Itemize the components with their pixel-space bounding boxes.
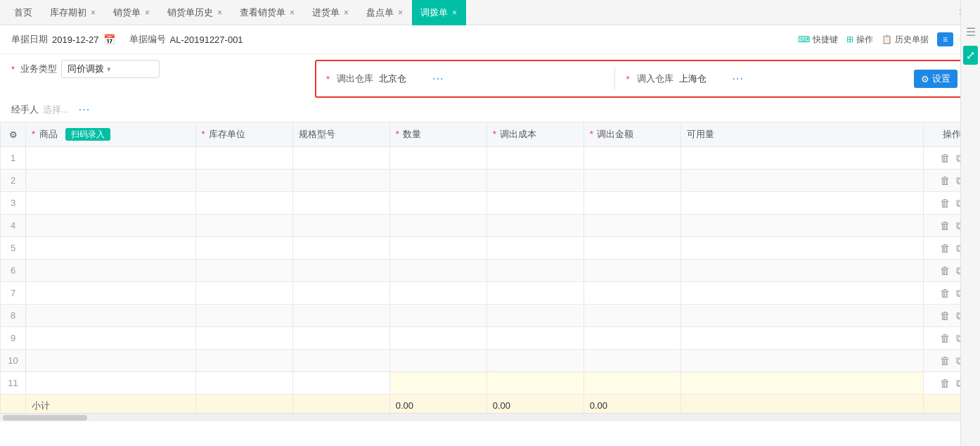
available-cell[interactable] [681, 372, 923, 395]
transfer-amount-cell[interactable] [584, 282, 681, 305]
quantity-cell[interactable] [389, 350, 486, 372]
tab-view-sales[interactable]: 查看销货单 × [231, 0, 304, 25]
available-cell[interactable] [681, 237, 923, 260]
quantity-cell[interactable] [389, 260, 486, 282]
delete-icon[interactable]: 🗑 [940, 310, 950, 321]
available-cell[interactable] [681, 327, 923, 350]
product-cell[interactable] [26, 350, 196, 372]
scroll-thumb[interactable] [3, 415, 87, 421]
product-cell[interactable] [26, 215, 196, 237]
unit-cell[interactable] [195, 372, 292, 395]
unit-cell[interactable] [195, 350, 292, 372]
quantity-cell[interactable] [389, 327, 486, 350]
unit-cell[interactable] [195, 192, 292, 215]
transfer-cost-cell[interactable] [486, 260, 584, 282]
unit-cell[interactable] [195, 260, 292, 282]
delete-icon[interactable]: 🗑 [940, 377, 950, 389]
available-cell[interactable] [681, 192, 923, 215]
unit-cell[interactable] [195, 305, 292, 327]
product-cell[interactable] [26, 237, 196, 260]
quantity-cell[interactable] [389, 282, 486, 305]
transfer-cost-cell[interactable] [486, 147, 584, 170]
unit-cell[interactable] [195, 170, 292, 192]
delete-icon[interactable]: 🗑 [940, 242, 950, 254]
product-cell[interactable] [26, 282, 196, 305]
delete-icon[interactable]: 🗑 [940, 332, 950, 344]
spec-cell[interactable] [292, 305, 389, 327]
horizontal-scrollbar[interactable] [0, 413, 980, 421]
delete-icon[interactable]: 🗑 [940, 265, 950, 276]
close-icon[interactable]: × [290, 8, 295, 18]
transfer-amount-cell[interactable] [584, 305, 681, 327]
unit-cell[interactable] [195, 282, 292, 305]
panel-expand-icon[interactable]: ⤢ [963, 46, 978, 65]
available-cell[interactable] [681, 147, 923, 170]
spec-cell[interactable] [292, 215, 389, 237]
product-cell[interactable] [26, 327, 196, 350]
close-icon[interactable]: × [344, 8, 349, 18]
tab-purchase-order[interactable]: 进货单 × [304, 0, 358, 25]
delete-icon[interactable]: 🗑 [940, 355, 950, 367]
transfer-amount-cell[interactable] [584, 170, 681, 192]
available-cell[interactable] [681, 215, 923, 237]
operations-button[interactable]: ⊞ 操作 [846, 34, 873, 46]
transfer-cost-cell[interactable] [486, 215, 584, 237]
transfer-amount-cell[interactable] [584, 327, 681, 350]
available-cell[interactable] [681, 282, 923, 305]
transfer-cost-cell[interactable] [486, 350, 584, 372]
transfer-amount-cell[interactable] [584, 192, 681, 215]
transfer-cost-cell[interactable] [486, 372, 584, 395]
transfer-cost-cell[interactable] [486, 192, 584, 215]
transfer-cost-cell[interactable] [486, 305, 584, 327]
product-cell[interactable] [26, 192, 196, 215]
transfer-amount-cell[interactable] [584, 237, 681, 260]
panel-list-icon[interactable]: ☰ [966, 25, 976, 39]
transfer-cost-cell[interactable] [486, 327, 584, 350]
spec-cell[interactable] [292, 170, 389, 192]
transfer-amount-cell[interactable] [584, 260, 681, 282]
business-type-select[interactable]: 同价调拨 ▾ [61, 60, 160, 78]
transfer-cost-cell[interactable] [486, 170, 584, 192]
spec-cell[interactable] [292, 282, 389, 305]
tab-inventory-count[interactable]: 盘点单 × [358, 0, 412, 25]
product-cell[interactable] [26, 147, 196, 170]
close-icon[interactable]: × [452, 8, 457, 18]
transfer-amount-cell[interactable] [584, 372, 681, 395]
delete-icon[interactable]: 🗑 [940, 152, 950, 164]
product-cell[interactable] [26, 372, 196, 395]
delete-icon[interactable]: 🗑 [940, 197, 950, 209]
tab-sales-history[interactable]: 销货单历史 × [159, 0, 231, 25]
quantity-cell[interactable] [389, 170, 486, 192]
person-select[interactable]: 选择... [43, 103, 69, 116]
transfer-cost-cell[interactable] [486, 237, 584, 260]
quantity-cell[interactable] [389, 215, 486, 237]
spec-cell[interactable] [292, 350, 389, 372]
history-button[interactable]: 📋 历史单据 [882, 34, 929, 46]
unit-cell[interactable] [195, 147, 292, 170]
tab-sales-order[interactable]: 销货单 × [105, 0, 159, 25]
tab-transfer-order[interactable]: 调拨单 × [412, 0, 466, 25]
close-icon[interactable]: × [145, 8, 150, 18]
layout-button[interactable]: ≡ [937, 32, 953, 46]
close-icon[interactable]: × [398, 8, 403, 18]
transfer-in-dots[interactable]: ··· [733, 72, 744, 85]
delete-icon[interactable]: 🗑 [940, 174, 950, 186]
quantity-cell[interactable] [389, 237, 486, 260]
unit-cell[interactable] [195, 237, 292, 260]
available-cell[interactable] [681, 350, 923, 372]
person-dots[interactable]: ··· [79, 103, 90, 116]
scan-button[interactable]: 扫码录入 [65, 128, 110, 141]
quantity-cell[interactable] [389, 192, 486, 215]
shortcuts-button[interactable]: ⌨ 快捷键 [798, 34, 838, 46]
calendar-icon[interactable]: 📅 [103, 34, 115, 45]
unit-cell[interactable] [195, 327, 292, 350]
spec-cell[interactable] [292, 327, 389, 350]
available-cell[interactable] [681, 260, 923, 282]
tab-inventory-init[interactable]: 库存期初 × [41, 0, 105, 25]
spec-cell[interactable] [292, 372, 389, 395]
settings-button[interactable]: ⚙ 设置 [914, 70, 958, 88]
unit-cell[interactable] [195, 215, 292, 237]
delete-icon[interactable]: 🗑 [940, 287, 950, 299]
quantity-cell[interactable] [389, 372, 486, 395]
quantity-cell[interactable] [389, 305, 486, 327]
